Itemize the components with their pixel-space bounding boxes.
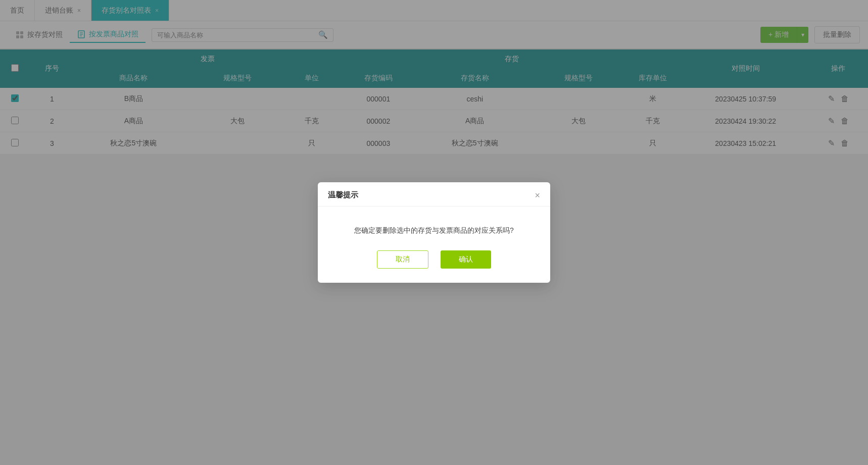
dialog-overlay: 温馨提示 × 您确定要删除选中的存货与发票商品的对应关系吗? 取消 确认 — [0, 0, 868, 154]
